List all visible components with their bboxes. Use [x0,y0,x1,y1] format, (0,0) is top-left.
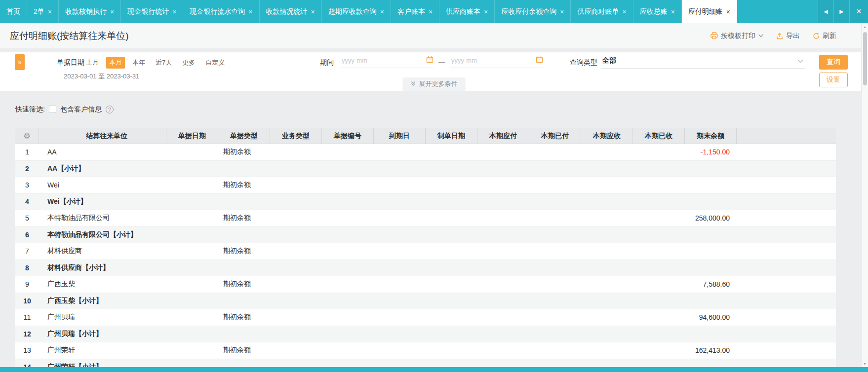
table-row[interactable]: 1AA期初余额-1,150.00 [15,144,836,161]
tab-客户账本[interactable]: 客户账本× [391,0,439,23]
column-header[interactable]: 单据类型 [218,128,270,144]
table-row[interactable]: 13广州荣轩期初余额162,413.00 [15,342,836,359]
receivable-cell [581,276,633,293]
table-row[interactable]: 10广西玉柴【小计】 [15,293,836,310]
tab-现金银行统计[interactable]: 现金银行统计× [121,0,183,23]
tab-close-icon[interactable]: × [380,8,384,15]
tab-应收总账[interactable]: 应收总账× [633,0,682,23]
column-header[interactable]: 单据日期 [166,128,218,144]
ending-balance-cell [685,161,737,177]
print-by-template-button[interactable]: 按模板打印 [710,32,763,40]
close-tabs-button[interactable]: × [849,0,868,23]
column-header[interactable]: 单据编号 [322,128,374,144]
tab-close-icon[interactable]: × [560,8,564,15]
tab-收款情况统计[interactable]: 收款情况统计× [260,0,322,23]
settings-button[interactable]: 设置 [819,73,848,87]
scroll-down-arrow[interactable]: ▼ [862,360,868,367]
column-header[interactable]: 结算往来单位 [39,128,166,144]
date-option-自定义[interactable]: 自定义 [202,57,228,69]
create-date-cell [426,243,477,260]
column-header[interactable]: 制单日期 [426,128,477,144]
expand-more-conditions[interactable]: 展开更多条件 [403,77,466,91]
doc-no-cell [322,210,374,226]
received-cell [633,326,685,342]
export-button[interactable]: 导出 [776,32,800,40]
filler-cell [737,144,836,160]
include-customer-checkbox[interactable] [49,106,56,113]
app-window: 首页2单×收款核销执行×现金银行统计×现金银行流水查询×收款情况统计×超期应收款… [0,0,868,372]
table-row[interactable]: 2AA【小计】 [15,161,836,178]
column-header[interactable]: 本期已付 [529,128,581,144]
query-type-select[interactable]: 全部 [601,54,805,69]
partner-cell: 广州荣轩 [39,342,166,359]
calendar-icon[interactable] [426,56,434,65]
tab-现金银行流水查询[interactable]: 现金银行流水查询× [183,0,259,23]
tab-close-icon[interactable]: × [484,8,488,15]
table-row[interactable]: 5本特勒油品有限公司期初余额258,000.00 [15,210,836,227]
period-start-input[interactable] [341,54,426,67]
tab-close-icon[interactable]: × [622,8,626,15]
payable-cell [477,309,529,326]
gear-icon[interactable]: ⚙ [23,131,30,141]
vertical-scrollbar[interactable]: ▲ ▼ [861,23,868,367]
table-row[interactable]: 3Wei期初余额 [15,177,836,194]
bottom-bar [0,367,868,372]
tab-close-icon[interactable]: × [110,8,114,15]
tab-应付明细账[interactable]: 应付明细账× [682,0,737,23]
row-index: 12 [15,326,39,342]
doc-date-label: 单据日期 [57,58,84,67]
scroll-up-arrow[interactable]: ▲ [862,23,868,30]
date-option-本年[interactable]: 本年 [129,57,148,69]
tab-close-icon[interactable]: × [172,8,176,15]
doc-no-cell [322,276,374,293]
biz-type-cell [270,144,322,160]
table-row[interactable]: 6本特勒油品有限公司【小计】 [15,227,836,244]
tab-供应商对账单[interactable]: 供应商对账单× [571,0,633,23]
partner-cell: 广西玉柴【小计】 [39,293,166,309]
tab-首页[interactable]: 首页 [0,0,27,23]
biz-type-cell [270,359,322,368]
table-row[interactable]: 14广州荣轩【小计】 [15,359,836,368]
tab-close-icon[interactable]: × [726,8,730,15]
column-settings-cell[interactable]: ⚙ [15,128,39,144]
date-option-近7天[interactable]: 近7天 [153,57,175,69]
table-row[interactable]: 7材料供应商期初余额 [15,243,836,260]
column-header[interactable]: 业务类型 [270,128,322,144]
column-header[interactable]: 本期应付 [477,128,529,144]
query-button[interactable]: 查询 [819,55,848,70]
table-row[interactable]: 8材料供应商【小计】 [15,260,836,277]
tab-超期应收款查询[interactable]: 超期应收款查询× [322,0,391,23]
date-option-更多[interactable]: 更多 [179,57,198,69]
collapse-filter-button[interactable]: » [15,54,25,70]
table-row[interactable]: 11广州贝瑞期初余额94,600.00 [15,309,836,326]
column-header[interactable]: 本期已收 [633,128,685,144]
tab-close-icon[interactable]: × [248,8,252,15]
column-header[interactable]: 本期应收 [581,128,633,144]
prev-tab-button[interactable]: ◀ [818,0,833,23]
calendar-icon[interactable] [536,56,543,65]
tab-close-icon[interactable]: × [429,8,433,15]
tab-收款核销执行[interactable]: 收款核销执行× [59,0,121,23]
row-index: 5 [15,210,39,226]
due-date-cell [374,326,426,342]
row-index: 2 [15,161,39,177]
column-header[interactable]: 到期日 [374,128,426,144]
tab-应收应付余额查询[interactable]: 应收应付余额查询× [495,0,571,23]
tab-close-icon[interactable]: × [48,8,52,15]
tab-2单[interactable]: 2单× [27,0,59,23]
tab-供应商账本[interactable]: 供应商账本× [439,0,495,23]
table-row[interactable]: 9广西玉柴期初余额7,588.60 [15,276,836,293]
column-header[interactable]: 期末余额 [685,128,737,144]
tab-close-icon[interactable]: × [671,8,675,15]
table-row[interactable]: 12广州贝瑞【小计】 [15,326,836,343]
doc-date-cell [166,177,218,193]
table-row[interactable]: 4Wei【小计】 [15,194,836,211]
next-tab-button[interactable]: ▶ [833,0,849,23]
help-icon[interactable]: ? [106,106,114,113]
date-option-本月[interactable]: 本月 [106,57,125,69]
refresh-button[interactable]: 刷新 [813,32,836,40]
date-option-上月[interactable]: 上月 [83,57,102,69]
scrollbar-thumb[interactable] [863,32,867,85]
period-end-input[interactable] [450,54,536,67]
tab-close-icon[interactable]: × [311,8,315,15]
